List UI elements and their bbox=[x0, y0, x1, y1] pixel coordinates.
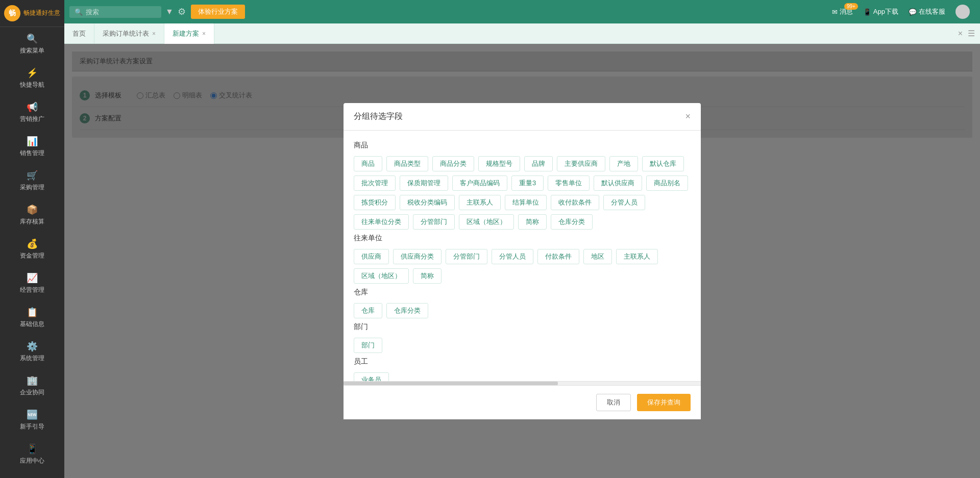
tag-employee-1[interactable]: 业务员 bbox=[354, 372, 389, 381]
sidebar-item-sales[interactable]: 📊 销售管理 bbox=[0, 130, 64, 164]
sidebar-item-inventory[interactable]: 📦 库存核算 bbox=[0, 198, 64, 232]
sidebar-item-guide[interactable]: 🆕 新手引导 bbox=[0, 403, 64, 437]
tag-goods-12[interactable]: 重量3 bbox=[511, 175, 544, 191]
tag-goods-2[interactable]: 商品类型 bbox=[386, 156, 428, 171]
tab-menu-icon[interactable]: ☰ bbox=[968, 29, 975, 38]
header-settings-icon[interactable]: ⚙ bbox=[178, 6, 186, 17]
goods-tag-grid: 商品 商品类型 商品分类 规格型号 品牌 主要供应商 产地 默认仓库 批次管理 … bbox=[354, 156, 691, 230]
message-item[interactable]: ✉ 消息 99+ bbox=[832, 7, 853, 16]
tag-goods-15[interactable]: 商品别名 bbox=[646, 175, 688, 191]
tag-partner-8[interactable]: 区域（地区） bbox=[354, 268, 409, 284]
tag-goods-24[interactable]: 区域（地区） bbox=[459, 214, 514, 230]
header-search-input[interactable] bbox=[86, 8, 147, 16]
tag-partner-6[interactable]: 地区 bbox=[583, 249, 612, 264]
modal-close-button[interactable]: × bbox=[685, 111, 691, 122]
sidebar-item-operation[interactable]: 📈 经营管理 bbox=[0, 266, 64, 300]
modal-cancel-button[interactable]: 取消 bbox=[596, 394, 631, 411]
tag-partner-2[interactable]: 供应商分类 bbox=[393, 249, 442, 264]
sidebar-item-finance[interactable]: 💰 资金管理 bbox=[0, 232, 64, 266]
avatar[interactable] bbox=[955, 5, 970, 19]
tab-purchase-stats[interactable]: 采购订单统计表 × bbox=[94, 23, 164, 44]
sidebar-item-operation-label: 经营管理 bbox=[20, 286, 44, 294]
tab-home[interactable]: 首页 bbox=[64, 23, 94, 44]
modal-save-button[interactable]: 保存并查询 bbox=[637, 394, 691, 411]
tag-goods-10[interactable]: 保质期管理 bbox=[400, 175, 448, 191]
tab-new-plan[interactable]: 新建方案 × bbox=[164, 23, 214, 44]
sidebar-item-marketing[interactable]: 📢 营销推广 bbox=[0, 95, 64, 130]
tag-partner-9[interactable]: 简称 bbox=[413, 268, 442, 284]
sidebar-item-appcenter[interactable]: 📱 应用中心 bbox=[0, 437, 64, 471]
sidebar-item-system-label: 系统管理 bbox=[20, 354, 44, 363]
tag-goods-1[interactable]: 商品 bbox=[354, 156, 382, 171]
header-search-box[interactable]: 🔍 bbox=[69, 6, 161, 18]
header: 🔍 ▼ ⚙ 体验行业方案 ✉ 消息 99+ 📱 App下载 💬 在线客服 bbox=[64, 0, 980, 23]
sidebar-item-enterprise-label: 企业协同 bbox=[20, 388, 44, 397]
sidebar-item-wechat[interactable]: 💬 企业微信 bbox=[0, 471, 64, 478]
sidebar-item-purchase[interactable]: 🛒 采购管理 bbox=[0, 164, 64, 198]
tab-purchase-stats-close[interactable]: × bbox=[152, 30, 156, 37]
logo: 畅 畅捷通好生意 bbox=[0, 0, 64, 27]
tag-goods-17[interactable]: 税收分类编码 bbox=[400, 195, 455, 210]
modal-hscrollbar[interactable] bbox=[344, 381, 701, 385]
tag-goods-9[interactable]: 批次管理 bbox=[354, 175, 396, 191]
tag-goods-6[interactable]: 主要供应商 bbox=[557, 156, 605, 171]
tab-close-all-icon[interactable]: × bbox=[958, 29, 963, 38]
department-tag-grid: 部门 bbox=[354, 338, 691, 353]
modal-body[interactable]: 商品 商品 商品类型 商品分类 规格型号 品牌 主要供应商 产地 默认仓库 批次… bbox=[344, 131, 701, 381]
tag-goods-20[interactable]: 收付款条件 bbox=[551, 195, 599, 210]
tag-goods-18[interactable]: 主联系人 bbox=[459, 195, 501, 210]
tab-purchase-stats-label: 采购订单统计表 bbox=[103, 29, 149, 38]
tag-goods-23[interactable]: 分管部门 bbox=[413, 214, 455, 230]
header-dropdown-icon[interactable]: ▼ bbox=[165, 7, 174, 16]
sidebar-item-purchase-label: 采购管理 bbox=[20, 183, 44, 192]
partner-tag-grid: 供应商 供应商分类 分管部门 分管人员 付款条件 地区 主联系人 区域（地区） … bbox=[354, 249, 691, 284]
sidebar-item-search-label: 搜索菜单 bbox=[20, 46, 44, 55]
sidebar-item-appcenter-label: 应用中心 bbox=[20, 457, 44, 465]
tag-goods-14[interactable]: 默认供应商 bbox=[594, 175, 642, 191]
inventory-icon: 📦 bbox=[27, 204, 38, 215]
tag-goods-25[interactable]: 简称 bbox=[518, 214, 547, 230]
sidebar-item-quicknav[interactable]: ⚡ 快捷导航 bbox=[0, 61, 64, 95]
tag-goods-26[interactable]: 仓库分类 bbox=[551, 214, 593, 230]
tag-partner-3[interactable]: 分管部门 bbox=[446, 249, 487, 264]
tag-partner-1[interactable]: 供应商 bbox=[354, 249, 389, 264]
tag-goods-5[interactable]: 品牌 bbox=[524, 156, 553, 171]
online-service-item[interactable]: 💬 在线客服 bbox=[909, 7, 945, 16]
section-department: 部门 部门 bbox=[354, 322, 691, 353]
trial-btn[interactable]: 体验行业方案 bbox=[191, 5, 245, 19]
tag-goods-22[interactable]: 往来单位分类 bbox=[354, 214, 409, 230]
tag-goods-7[interactable]: 产地 bbox=[609, 156, 638, 171]
tag-partner-7[interactable]: 主联系人 bbox=[616, 249, 658, 264]
field-select-modal: 分组待选字段 × 商品 商品 商品类型 商品分类 规格型号 品牌 主要供应商 产… bbox=[344, 103, 701, 419]
sidebar-item-system[interactable]: ⚙️ 系统管理 bbox=[0, 335, 64, 369]
tag-goods-4[interactable]: 规格型号 bbox=[478, 156, 520, 171]
purchase-icon: 🛒 bbox=[27, 170, 38, 181]
app-download-item[interactable]: 📱 App下载 bbox=[863, 7, 898, 16]
tag-warehouse-2[interactable]: 仓库分类 bbox=[386, 303, 428, 318]
tag-goods-3[interactable]: 商品分类 bbox=[432, 156, 474, 171]
tag-goods-19[interactable]: 结算单位 bbox=[505, 195, 547, 210]
sidebar-item-quicknav-label: 快捷导航 bbox=[20, 81, 44, 89]
tag-goods-8[interactable]: 默认仓库 bbox=[642, 156, 684, 171]
tag-partner-4[interactable]: 分管人员 bbox=[492, 249, 533, 264]
tag-department-1[interactable]: 部门 bbox=[354, 338, 382, 353]
tag-warehouse-1[interactable]: 仓库 bbox=[354, 303, 382, 318]
tab-new-plan-close[interactable]: × bbox=[202, 30, 206, 37]
main-content: 采购订单统计表方案设置 1 选择模板 汇总表 明细表 交叉统计表 2 方案配置 … bbox=[64, 44, 980, 478]
sidebar-item-search[interactable]: 🔍 搜索菜单 bbox=[0, 27, 64, 61]
sidebar-item-enterprise[interactable]: 🏢 企业协同 bbox=[0, 369, 64, 403]
tag-goods-16[interactable]: 拣货积分 bbox=[354, 195, 396, 210]
tag-partner-5[interactable]: 付款条件 bbox=[537, 249, 579, 264]
section-department-title: 部门 bbox=[354, 322, 691, 332]
modal-hscroll-thumb[interactable] bbox=[344, 382, 558, 385]
tag-goods-21[interactable]: 分管人员 bbox=[603, 195, 645, 210]
tag-goods-11[interactable]: 客户商品编码 bbox=[452, 175, 507, 191]
enterprise-icon: 🏢 bbox=[27, 375, 38, 386]
sidebar-item-basic[interactable]: 📋 基础信息 bbox=[0, 300, 64, 335]
sidebar: 畅 畅捷通好生意 🔍 搜索菜单 ⚡ 快捷导航 📢 营销推广 📊 销售管理 🛒 采… bbox=[0, 0, 64, 478]
tab-bar: 首页 采购订单统计表 × 新建方案 × × ☰ bbox=[64, 23, 980, 44]
logo-text: 畅捷通好生意 bbox=[23, 9, 60, 17]
basic-icon: 📋 bbox=[27, 307, 38, 318]
sales-icon: 📊 bbox=[27, 136, 38, 147]
tag-goods-13[interactable]: 零售单位 bbox=[548, 175, 590, 191]
